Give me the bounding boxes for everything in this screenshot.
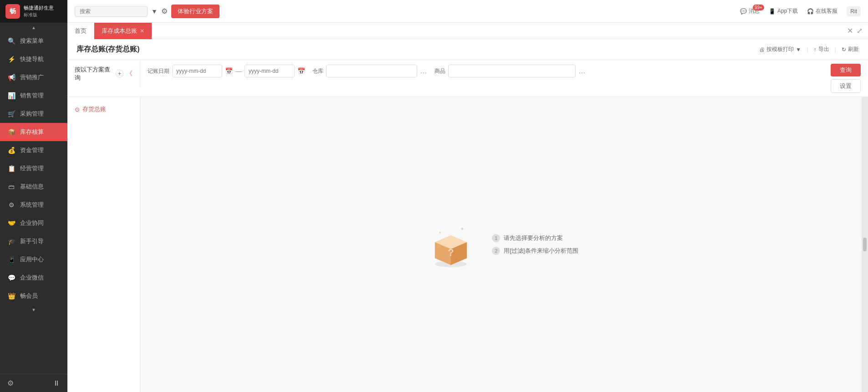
vip-icon: 👑 [7,292,15,300]
collapse-sidebar-icon[interactable]: ⏸ [53,379,60,387]
tab-inventory-ledger[interactable]: 库存成本总账 ✕ [94,23,152,39]
industry-btn[interactable]: 体验行业方案 [171,5,220,18]
sidebar-item-sales[interactable]: 📊 销售管理 [0,87,67,105]
sidebar-scroll-up[interactable]: ▲ [31,24,37,31]
sidebar-item-search[interactable]: 🔍 搜索菜单 [0,32,67,50]
filter-field-warehouse: 仓库 … [312,65,427,77]
export-icon: ↑ [814,46,817,53]
cooperation-icon: 🤝 [7,219,15,227]
filter-field-date: 记账日期 📅 — 📅 [148,65,305,77]
panel-close-btn[interactable]: ✕ [847,26,853,35]
scheme-icon: ⊙ [75,106,80,113]
sidebar-item-system[interactable]: ⚙ 系统管理 [0,196,67,214]
empty-tip-1: 1 请先选择要分析的方案 [492,234,578,242]
purchase-icon: 🛒 [7,110,15,118]
scheme-item-inventory[interactable]: ⊙ 存货总账 [67,102,140,117]
content-area: 库存总账(存货总账) 🖨 按模板打印 ▼ | ↑ 导出 | ↻ [67,39,868,392]
sales-icon: 📊 [7,92,15,100]
filter-fields: 记账日期 📅 — 📅 仓库 … 商品 … [140,60,823,82]
newguide-icon: 🎓 [7,237,15,245]
online-service-btn[interactable]: 🎧 在线客服 [807,7,837,15]
print-dropdown-icon: ▼ [796,46,801,53]
filter-label: 按以下方案查询 [75,66,113,82]
filter-label-col: 按以下方案查询 + 《 [67,60,140,87]
sidebar-item-newguide[interactable]: 🎓 新手引导 [0,232,67,250]
app-logo: 畅 畅捷通好生意 标准版 [0,0,67,23]
sidebar-item-quicknav[interactable]: ⚡ 快捷导航 [0,50,67,68]
user-avatar[interactable]: Rit [847,6,861,16]
sidebar-item-operations[interactable]: 📋 经营管理 [0,159,67,178]
topbar: ▼ ⚙ 体验行业方案 💬 消息 99+ 📱 App下载 🎧 在线客服 Rit [67,0,868,23]
refresh-icon: ↻ [842,46,846,53]
filter-actions: 查询 设置 [823,60,868,97]
headset-icon: 🎧 [807,8,814,15]
app-download-btn[interactable]: 📱 App下载 [769,7,798,15]
message-btn[interactable]: 💬 消息 99+ [740,7,760,15]
sidebar-item-finance[interactable]: 💰 资金管理 [0,141,67,159]
sidebar-item-inventory[interactable]: 📦 库存核算 [0,123,67,141]
tab-home[interactable]: 首页 [67,23,94,39]
search-dropdown-btn[interactable]: ▼ [151,8,158,15]
panel-expand-btn[interactable]: ⤢ [857,26,863,35]
product-input[interactable] [448,65,576,77]
appstore-icon: 📱 [7,255,15,264]
quicknav-icon: ⚡ [7,55,15,63]
export-btn[interactable]: ↑ 导出 [814,46,829,53]
search-icon: 🔍 [7,37,15,45]
scheme-sidebar: ⊙ 存货总账 [67,97,140,392]
warehouse-input[interactable] [326,65,417,77]
topbar-gear-btn[interactable]: ⚙ [161,7,168,15]
date-start-input[interactable] [172,65,222,77]
sidebar-scroll-down[interactable]: ▼ [31,306,37,313]
sidebar-item-vip[interactable]: 👑 畅会员 [0,287,67,305]
basic-icon: 🗃 [7,183,15,191]
page-actions: 🖨 按模板打印 ▼ | ↑ 导出 | ↻ 刷新 [759,46,859,53]
empty-state: ? ✦ ✦ 1 请先选择要分析的方案 2 [140,97,862,392]
logo-icon: 畅 [5,4,20,19]
system-icon: ⚙ [7,201,15,209]
date-end-input[interactable] [245,65,295,77]
sidebar-item-cooperation[interactable]: 🤝 企业协同 [0,214,67,232]
sidebar-item-marketing[interactable]: 📢 营销推广 [0,68,67,87]
warehouse-more-btn[interactable]: … [420,67,427,75]
query-btn[interactable]: 查询 [831,64,861,76]
empty-svg: ? ✦ ✦ [426,219,476,270]
svg-text:?: ? [448,247,454,258]
print-icon: 🖨 [759,46,765,53]
empty-tips: 1 请先选择要分析的方案 2 用[过滤]条件来缩小分析范围 [492,234,578,255]
filter-collapse-btn[interactable]: 《 [126,70,133,78]
settings-icon[interactable]: ⚙ [7,379,14,387]
calendar-end-icon[interactable]: 📅 [297,67,305,75]
finance-icon: 💰 [7,146,15,154]
empty-tip-2: 2 用[过滤]条件来缩小分析范围 [492,247,578,255]
sidebar-item-basic[interactable]: 🗃 基础信息 [0,178,67,196]
sidebar-item-wecom[interactable]: 💬 企业微信 [0,269,67,287]
wecom-icon: 💬 [7,274,15,282]
tab-close-btn[interactable]: ✕ [140,28,144,34]
refresh-btn[interactable]: ↻ 刷新 [842,46,859,53]
sidebar-item-purchase[interactable]: 🛒 采购管理 [0,105,67,123]
sidebar-bottom: ⚙ ⏸ [0,374,67,392]
topbar-left: ▼ ⚙ 体验行业方案 [75,5,740,18]
product-more-btn[interactable]: … [578,67,586,75]
page-title: 库存总账(存货总账) [77,45,140,54]
filter-settings-btn[interactable]: 设置 [831,79,861,93]
panel-controls: ✕ ⤢ [847,26,868,35]
empty-illustration: ? ✦ ✦ [424,217,478,272]
marketing-icon: 📢 [7,73,15,81]
sidebar: 畅 畅捷通好生意 标准版 ▲ 🔍 搜索菜单 ⚡ 快捷导航 📢 营销推广 📊 销售… [0,0,67,392]
print-btn[interactable]: 🖨 按模板打印 ▼ [759,46,801,53]
sidebar-item-appstore[interactable]: 📱 应用中心 [0,250,67,269]
search-input[interactable] [75,6,148,17]
tab-bar: 首页 库存成本总账 ✕ ✕ ⤢ [67,23,868,39]
operations-icon: 📋 [7,164,15,173]
calendar-start-icon[interactable]: 📅 [225,67,233,75]
inventory-icon: 📦 [7,128,15,136]
filter-add-btn[interactable]: + [116,70,123,78]
right-scroll-handle[interactable] [862,97,868,392]
page-title-row: 库存总账(存货总账) 🖨 按模板打印 ▼ | ↑ 导出 | ↻ [77,45,859,60]
filter-section: 按以下方案查询 + 《 记账日期 📅 — 📅 仓库 … [67,60,868,97]
filter-field-product: 商品 … [434,65,586,77]
message-icon: 💬 [740,8,747,15]
svg-text:✦: ✦ [439,231,442,235]
